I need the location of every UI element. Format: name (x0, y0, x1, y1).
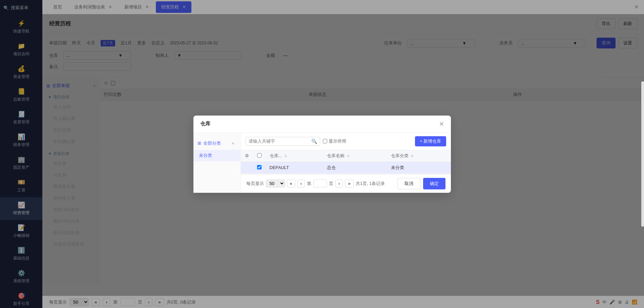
grid-icon: ⊞ (198, 141, 201, 146)
modal-overlay: 仓库 ✕ ⊞ 全部分类 « 未分类 (0, 0, 644, 308)
row-checkbox-cell (253, 162, 266, 173)
modal-footer-area: 每页显示 50 100 « ‹ 第 1 页 › » (241, 174, 451, 193)
row-checkbox[interactable] (257, 165, 262, 169)
row-category-cell: 未分类 (387, 162, 451, 173)
modal-gear-icon[interactable]: ⚙ (245, 153, 249, 158)
row-name-cell: 总仓 (323, 162, 387, 173)
confirm-button[interactable]: 确定 (423, 178, 445, 189)
modal-body: ⊞ 全部分类 « 未分类 🔍 (193, 133, 451, 193)
row-gear-cell (241, 162, 253, 173)
modal-col-code[interactable]: 仓库... ⇅ (266, 150, 323, 162)
modal-page-pre-label: 第 (307, 181, 311, 187)
modal-per-page-select[interactable]: 50 100 (266, 180, 285, 187)
show-disabled-checkbox[interactable] (323, 139, 327, 143)
modal-last-btn[interactable]: » (345, 180, 353, 187)
modal-title: 仓库 (200, 121, 210, 127)
modal-page-input[interactable]: 1 (313, 180, 327, 187)
modal-search-wrap: 🔍 (246, 137, 320, 146)
warehouse-modal: 仓库 ✕ ⊞ 全部分类 « 未分类 (193, 116, 451, 193)
modal-col-checkbox (253, 150, 266, 162)
code-sort-icon: ⇅ (284, 154, 287, 158)
modal-col-name[interactable]: 仓库名称 ⇅ (323, 150, 387, 162)
modal-col-gear: ⚙ (241, 150, 253, 162)
modal-select-all[interactable] (257, 153, 262, 158)
modal-close-button[interactable]: ✕ (439, 120, 444, 128)
modal-footer: 每页显示 50 100 « ‹ 第 1 页 › » (241, 174, 451, 193)
category-sort-icon: ⇅ (411, 154, 413, 158)
modal-search-input[interactable] (249, 139, 311, 144)
modal-table-wrap: ⚙ 仓库... ⇅ 仓库名称 (241, 150, 451, 174)
modal-pagination: 每页显示 50 100 « ‹ 第 1 页 › » (246, 180, 385, 187)
modal-right-panel: 🔍 显示停用 + 新增仓库 ⚙ (241, 133, 451, 193)
modal-action-buttons: 取消 确定 (397, 178, 445, 189)
show-disabled-label: 显示停用 (323, 138, 346, 144)
modal-all-category[interactable]: ⊞ 全部分类 « (193, 137, 241, 150)
add-warehouse-button[interactable]: + 新增仓库 (415, 136, 446, 146)
modal-search-icon[interactable]: 🔍 (311, 139, 317, 144)
modal-left-panel: ⊞ 全部分类 « 未分类 (193, 133, 241, 193)
modal-prev-btn[interactable]: ‹ (297, 180, 305, 187)
modal-collapse-btn[interactable]: « (230, 140, 236, 147)
modal-category-unclassified[interactable]: 未分类 (193, 150, 241, 161)
modal-first-btn[interactable]: « (287, 180, 295, 187)
cancel-button[interactable]: 取消 (397, 178, 420, 189)
modal-table: ⚙ 仓库... ⇅ 仓库名称 (241, 150, 451, 174)
modal-next-btn[interactable]: › (335, 180, 343, 187)
row-code-cell: DEFAULT (266, 162, 323, 173)
table-row[interactable]: DEFAULT 总仓 未分类 (241, 162, 451, 173)
name-sort-icon: ⇅ (347, 154, 350, 158)
modal-col-category[interactable]: 仓库分类 ⇅ (387, 150, 451, 162)
modal-page-label: 页 (329, 181, 333, 187)
modal-header: 仓库 ✕ (193, 116, 451, 133)
modal-toolbar: 🔍 显示停用 + 新增仓库 (241, 133, 451, 150)
modal-total-label: 共1页, 1条记录 (356, 181, 385, 187)
